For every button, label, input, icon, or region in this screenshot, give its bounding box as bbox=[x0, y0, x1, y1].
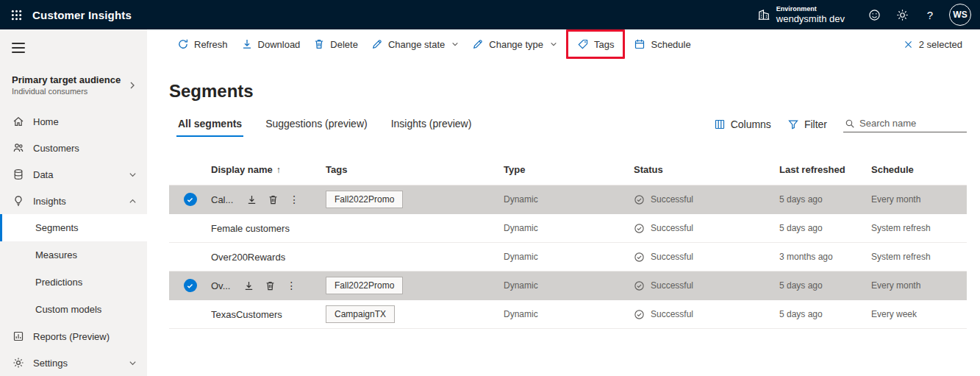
table-row[interactable]: Cal... ⋮ Fall bbox=[169, 185, 967, 214]
status-text: Successful bbox=[651, 309, 693, 319]
segment-name: Over200Rewards bbox=[211, 252, 285, 263]
segments-page: Segments All segments Suggestions (previ… bbox=[147, 59, 980, 376]
row-select-checkbox[interactable] bbox=[169, 185, 204, 213]
settings-gear-button[interactable] bbox=[893, 6, 911, 24]
home-icon bbox=[12, 116, 24, 127]
table-row[interactable]: Ov... ⋮ Fall2 bbox=[169, 272, 967, 300]
tags-button[interactable]: Tags bbox=[571, 32, 620, 56]
sidebar-item-data[interactable]: Data bbox=[0, 161, 147, 188]
chevron-down-icon bbox=[129, 359, 137, 367]
trash-icon bbox=[313, 38, 325, 50]
app-launcher-button[interactable] bbox=[0, 0, 32, 29]
row-select-checkbox[interactable] bbox=[169, 214, 204, 242]
filter-button[interactable]: Filter bbox=[787, 118, 827, 130]
row-more-button[interactable]: ⋮ bbox=[285, 279, 298, 292]
tag-chip[interactable]: Fall2022Promo bbox=[326, 277, 403, 294]
row-download-button[interactable] bbox=[242, 279, 256, 293]
table-row[interactable]: Over200Rewards Dynamic Successful 3 mont… bbox=[169, 243, 967, 272]
command-bar: Refresh Download Delete Change state bbox=[147, 29, 980, 59]
schedule-button[interactable]: Schedule bbox=[627, 32, 697, 56]
sidebar-item-measures[interactable]: Measures bbox=[0, 241, 147, 269]
environment-picker[interactable]: Environment wendysmith dev bbox=[757, 5, 845, 24]
row-delete-button[interactable] bbox=[266, 193, 280, 207]
tag-chip[interactable]: Fall2022Promo bbox=[326, 191, 403, 208]
change-type-button[interactable]: Change type bbox=[465, 32, 564, 56]
tab-suggestions[interactable]: Suggestions (preview) bbox=[257, 112, 376, 137]
clear-selection-button[interactable]: 2 selected bbox=[904, 39, 962, 50]
sidebar-item-label: Measures bbox=[35, 249, 77, 260]
sidebar-item-label: Segments bbox=[35, 222, 79, 233]
download-button[interactable]: Download bbox=[235, 32, 307, 56]
selected-check-icon bbox=[184, 279, 197, 292]
sidebar-item-reports[interactable]: Reports (Preview) bbox=[0, 323, 147, 350]
refresh-button[interactable]: Refresh bbox=[171, 32, 235, 56]
gear-icon bbox=[896, 9, 909, 21]
tab-all-segments[interactable]: All segments bbox=[169, 112, 251, 137]
waffle-icon bbox=[11, 10, 22, 21]
download-icon bbox=[241, 38, 253, 50]
audience-selector[interactable]: Primary target audience Individual consu… bbox=[0, 63, 147, 96]
status-success-icon bbox=[634, 280, 645, 291]
segment-name: Female customers bbox=[211, 223, 290, 234]
row-delete-button[interactable] bbox=[263, 279, 277, 293]
segment-type: Dynamic bbox=[497, 280, 627, 291]
last-refreshed: 5 days ago bbox=[773, 223, 865, 233]
selection-count: 2 selected bbox=[919, 39, 962, 50]
sidebar-item-label: Custom models bbox=[35, 304, 101, 315]
columns-button[interactable]: Columns bbox=[714, 118, 771, 130]
tag-chip[interactable]: CampaignTX bbox=[326, 305, 395, 323]
status-success-icon bbox=[634, 252, 645, 263]
sidebar-item-label: Home bbox=[33, 116, 59, 127]
table-row[interactable]: TexasCustomers CampaignTX Dynamic Succes… bbox=[169, 300, 967, 329]
last-refreshed: 5 days ago bbox=[773, 309, 865, 319]
edit-pencil-icon bbox=[371, 38, 383, 50]
status-success-icon bbox=[634, 309, 645, 320]
change-state-button[interactable]: Change state bbox=[365, 32, 465, 56]
row-select-checkbox[interactable] bbox=[169, 300, 204, 328]
calendar-icon bbox=[634, 38, 645, 50]
sidebar-item-label: Data bbox=[33, 169, 53, 180]
header-type[interactable]: Type bbox=[497, 164, 627, 175]
chevron-right-icon bbox=[128, 81, 137, 90]
row-select-checkbox[interactable] bbox=[169, 272, 204, 299]
last-refreshed: 5 days ago bbox=[773, 194, 865, 205]
help-button[interactable]: ? bbox=[921, 6, 939, 24]
segments-table: Display name ↑ Tags Type Status Last ref… bbox=[169, 155, 967, 329]
header-schedule[interactable]: Schedule bbox=[865, 164, 967, 175]
header-tags[interactable]: Tags bbox=[319, 164, 497, 175]
sidebar-item-label: Predictions bbox=[35, 277, 82, 288]
status-text: Successful bbox=[651, 223, 693, 233]
lightbulb-icon bbox=[12, 195, 24, 207]
more-vertical-icon: ⋮ bbox=[286, 280, 296, 291]
feedback-button[interactable] bbox=[865, 6, 883, 24]
table-header-row: Display name ↑ Tags Type Status Last ref… bbox=[169, 155, 967, 185]
segment-type: Dynamic bbox=[497, 252, 627, 262]
sidebar-item-label: Customers bbox=[33, 143, 79, 154]
search-input[interactable] bbox=[859, 118, 965, 129]
status-success-icon bbox=[634, 223, 645, 234]
nav-collapse-button[interactable] bbox=[0, 29, 37, 63]
sidebar-item-customers[interactable]: Customers bbox=[0, 135, 147, 161]
sidebar-item-custom-models[interactable]: Custom models bbox=[0, 296, 147, 323]
row-download-button[interactable] bbox=[245, 193, 259, 207]
header-status[interactable]: Status bbox=[627, 164, 773, 175]
delete-button[interactable]: Delete bbox=[307, 32, 365, 56]
header-display-name[interactable]: Display name ↑ bbox=[204, 164, 319, 175]
tab-insights[interactable]: Insights (preview) bbox=[382, 112, 481, 137]
last-refreshed: 3 months ago bbox=[773, 252, 865, 262]
sidebar-item-home[interactable]: Home bbox=[0, 108, 147, 135]
status-text: Successful bbox=[651, 252, 693, 262]
sidebar-item-settings[interactable]: Settings bbox=[0, 350, 147, 376]
header-last-refreshed[interactable]: Last refreshed bbox=[773, 164, 865, 175]
table-row[interactable]: Female customers Dynamic Successful 5 da… bbox=[169, 214, 967, 243]
sidebar-item-segments[interactable]: Segments bbox=[0, 214, 147, 241]
schedule: Every month bbox=[865, 280, 967, 291]
more-vertical-icon: ⋮ bbox=[289, 194, 299, 205]
user-avatar[interactable]: WS bbox=[949, 4, 971, 26]
status-success-icon bbox=[634, 194, 645, 205]
sidebar-item-insights[interactable]: Insights bbox=[0, 188, 147, 214]
sidebar-item-predictions[interactable]: Predictions bbox=[0, 269, 147, 296]
row-more-button[interactable]: ⋮ bbox=[287, 193, 301, 206]
row-select-checkbox[interactable] bbox=[169, 243, 204, 271]
smiley-icon bbox=[868, 9, 881, 21]
